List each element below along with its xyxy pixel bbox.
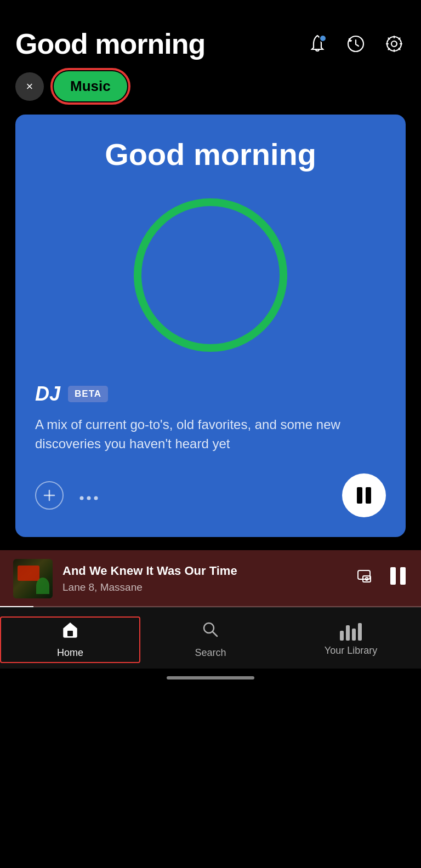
plus-icon [42, 488, 56, 502]
dj-action-left [35, 481, 99, 510]
library-bars [340, 623, 362, 641]
nav-search[interactable]: Search [140, 616, 281, 663]
svg-point-6 [87, 496, 91, 500]
header-icons [306, 32, 406, 55]
close-icon: × [26, 79, 33, 94]
now-playing-controls [355, 565, 408, 592]
search-svg-icon [202, 621, 219, 638]
svg-rect-12 [400, 567, 406, 585]
now-playing-pause-button[interactable] [388, 565, 408, 592]
connect-device-icon [355, 566, 376, 587]
dj-description: A mix of current go-to's, old favorites,… [35, 415, 386, 454]
svg-point-5 [80, 496, 84, 500]
dj-actions [35, 473, 386, 517]
music-filter-chip[interactable]: Music [54, 71, 127, 101]
history-button[interactable] [344, 32, 367, 55]
home-nav-label: Home [57, 647, 83, 659]
dj-circle-container [35, 198, 386, 352]
album-art-image [13, 559, 53, 598]
now-playing-artist: Lane 8, Massane [62, 581, 345, 593]
library-nav-label: Your Library [325, 645, 377, 656]
search-nav-label: Search [195, 647, 226, 659]
dj-label-row: DJ BETA [35, 382, 386, 406]
progress-bar [0, 606, 421, 607]
add-button[interactable] [35, 481, 64, 510]
beta-badge: BETA [68, 386, 108, 402]
lib-bar-1 [340, 631, 344, 641]
search-icon [202, 621, 219, 643]
home-icon [61, 621, 79, 643]
pause-icon [388, 565, 408, 587]
filter-row: × Music [0, 71, 421, 115]
dj-card-title: Good morning [35, 136, 386, 172]
history-icon [346, 35, 365, 53]
pause-button[interactable] [342, 473, 386, 517]
dj-label: DJ [35, 382, 60, 406]
notification-button[interactable] [306, 32, 329, 55]
pause-bar-right [366, 487, 371, 504]
dj-card: Good morning DJ BETA A mix of current go… [15, 115, 406, 537]
svg-rect-13 [67, 631, 73, 636]
svg-point-7 [94, 496, 98, 500]
album-art [13, 559, 53, 598]
page-title: Good morning [15, 27, 205, 60]
dj-circle [134, 198, 287, 352]
nav-library[interactable]: Your Library [281, 619, 421, 661]
lib-bar-3 [352, 629, 356, 641]
now-playing-bar[interactable]: And We Knew It Was Our Time Lane 8, Mass… [0, 550, 421, 607]
pause-icon [357, 487, 371, 504]
library-icon [340, 623, 362, 641]
home-svg-icon [61, 621, 79, 638]
lib-bar-4 [358, 623, 362, 641]
settings-button[interactable] [383, 32, 406, 55]
svg-point-2 [387, 37, 401, 51]
nav-home[interactable]: Home [0, 616, 140, 663]
svg-line-15 [213, 632, 217, 636]
svg-rect-11 [390, 567, 396, 585]
progress-fill [0, 606, 33, 607]
filter-close-button[interactable]: × [15, 72, 44, 101]
device-connect-button[interactable] [355, 566, 376, 591]
lib-bar-2 [346, 625, 350, 641]
gear-icon [385, 35, 403, 53]
ellipsis-icon [79, 495, 99, 501]
pause-bar-left [357, 487, 362, 504]
bottom-navigation: Home Search Your Library [0, 607, 421, 669]
now-playing-title: And We Knew It Was Our Time [62, 564, 345, 578]
svg-point-1 [391, 41, 397, 47]
header: Good morning [0, 0, 421, 71]
more-button[interactable] [79, 486, 99, 505]
now-playing-info: And We Knew It Was Our Time Lane 8, Mass… [62, 564, 345, 593]
now-playing-wrapper: And We Knew It Was Our Time Lane 8, Mass… [0, 550, 421, 607]
bottom-pill-bar [0, 669, 421, 684]
bell-icon [309, 34, 326, 54]
home-indicator [167, 676, 254, 679]
